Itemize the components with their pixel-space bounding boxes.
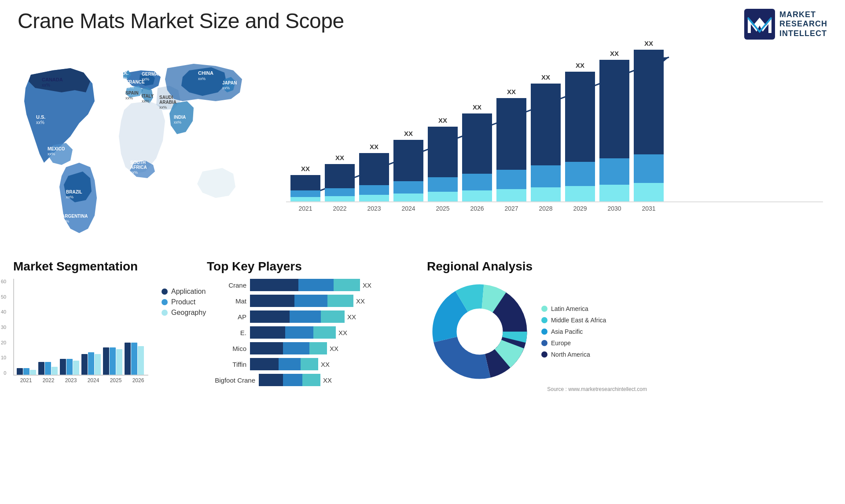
bar-2021: XX: [290, 165, 320, 201]
svg-text:xx%: xx%: [142, 99, 149, 103]
svg-text:CHINA: CHINA: [198, 70, 213, 76]
seg-bars: [13, 279, 148, 376]
svg-text:xx%: xx%: [198, 77, 206, 81]
x-axis-labels: 2021 2022 2023 2024 2025 2026 2027 2028 …: [286, 202, 823, 212]
legend-application: Application: [162, 288, 206, 296]
legend-dot-application: [162, 289, 168, 295]
seg-x-labels: 2021 2022 2023 2024 2025 2026: [13, 377, 148, 383]
svg-text:ARGENTINA: ARGENTINA: [62, 214, 88, 219]
bar-2030: XX: [599, 50, 629, 201]
svg-text:xx%: xx%: [48, 152, 55, 156]
bar-2029: XX: [565, 62, 595, 201]
legend-middle-east-africa: Middle East & Africa: [541, 317, 606, 324]
svg-text:xx%: xx%: [159, 105, 167, 110]
bottom-grid: Market Segmentation 60 50 40 30 20 10 0: [0, 255, 845, 397]
svg-text:xx%: xx%: [125, 96, 133, 100]
legend-product: Product: [162, 298, 206, 306]
seg-group-2026: [125, 343, 144, 375]
seg-group-2023: [60, 359, 79, 375]
header: Crane Mats Market Size and Scope MARKET …: [0, 0, 845, 44]
svg-text:xx%: xx%: [222, 86, 230, 90]
svg-text:MEXICO: MEXICO: [48, 146, 65, 151]
seg-group-2021: [17, 368, 36, 375]
player-row-mat: Mat XX: [207, 295, 418, 307]
legend-geography: Geography: [162, 309, 206, 317]
player-row-mico: Mico XX: [207, 342, 418, 354]
bar-2022: XX: [325, 154, 355, 201]
map-section: CANADA xx% U.S. xx% MEXICO xx% BRAZIL xx…: [9, 44, 273, 255]
bar-2028: XX: [531, 73, 561, 201]
seg-group-2025: [103, 347, 122, 375]
seg-group-2022: [38, 362, 58, 375]
svg-text:xx%: xx%: [36, 120, 44, 125]
bar-2024: XX: [393, 130, 423, 201]
svg-text:xx%: xx%: [130, 170, 138, 175]
svg-text:U.S.: U.S.: [36, 114, 45, 120]
bar-2031: XX: [634, 40, 664, 201]
legend-north-america: North America: [541, 351, 606, 358]
svg-text:AFRICA: AFRICA: [130, 165, 147, 170]
player-row-crane: Crane XX: [207, 279, 418, 291]
player-row-e: E. XX: [207, 326, 418, 339]
legend-dot-product: [162, 299, 168, 305]
player-row-bigfoot: Bigfoot Crane XX: [207, 374, 418, 386]
legend-dot-geography: [162, 310, 168, 316]
svg-text:CANADA: CANADA: [42, 77, 63, 82]
growth-chart-section: XX XX XX: [273, 44, 836, 255]
donut-container: Latin America Middle East & Africa Asia …: [427, 279, 656, 384]
svg-text:SOUTH: SOUTH: [130, 160, 146, 165]
svg-text:ARABIA: ARABIA: [159, 100, 176, 105]
svg-text:xx%: xx%: [142, 77, 149, 81]
player-row-tiffin: Tiffin XX: [207, 358, 418, 370]
bar-2025: XX: [428, 117, 458, 201]
svg-text:U.K.: U.K.: [120, 71, 129, 76]
source-text: Source : www.marketresearchintellect.com: [427, 386, 656, 392]
segmentation-section: Market Segmentation 60 50 40 30 20 10 0: [13, 259, 198, 383]
logo-text: MARKET RESEARCH INTELLECT: [779, 10, 827, 39]
svg-point-41: [459, 310, 501, 353]
svg-text:GERMANY: GERMANY: [142, 72, 164, 77]
seg-y-axis: 60 50 40 30 20 10 0: [1, 279, 6, 376]
seg-legend: Application Product Geography: [162, 288, 206, 383]
donut-legend: Latin America Middle East & Africa Asia …: [541, 305, 606, 358]
main-grid: CANADA xx% U.S. xx% MEXICO xx% BRAZIL xx…: [0, 44, 845, 255]
svg-text:ITALY: ITALY: [142, 94, 154, 99]
legend-europe: Europe: [541, 340, 606, 347]
bar-2027: XX: [496, 88, 526, 201]
seg-bar-app: [17, 368, 23, 375]
svg-text:xx%: xx%: [126, 85, 134, 89]
svg-text:JAPAN: JAPAN: [222, 80, 237, 85]
svg-text:xx%: xx%: [174, 120, 181, 124]
world-map: CANADA xx% U.S. xx% MEXICO xx% BRAZIL xx…: [18, 48, 264, 251]
svg-text:xx%: xx%: [62, 219, 69, 223]
svg-text:SAUDI: SAUDI: [159, 95, 173, 100]
legend-latin-america: Latin America: [541, 305, 606, 312]
logo-area: MARKET RESEARCH INTELLECT: [744, 9, 827, 40]
seg-group-2024: [81, 352, 101, 375]
player-row-ap: AP XX: [207, 310, 418, 323]
logo-icon: [744, 9, 775, 40]
players-section: Top Key Players Crane XX Mat: [207, 259, 418, 390]
svg-text:xx%: xx%: [66, 195, 73, 199]
regional-title: Regional Analysis: [427, 259, 656, 274]
donut-chart: [427, 279, 533, 384]
bar-2023: XX: [359, 143, 389, 201]
svg-text:INDIA: INDIA: [174, 115, 186, 120]
bar-2026: XX: [462, 103, 492, 201]
page-title: Crane Mats Market Size and Scope: [18, 9, 344, 33]
regional-section: Regional Analysis Latin America: [427, 259, 656, 392]
players-title: Top Key Players: [207, 259, 418, 274]
legend-asia-pacific: Asia Pacific: [541, 328, 606, 335]
svg-text:xx%: xx%: [42, 83, 50, 88]
svg-text:SPAIN: SPAIN: [125, 91, 139, 95]
svg-text:BRAZIL: BRAZIL: [66, 190, 82, 194]
segmentation-title: Market Segmentation: [13, 259, 198, 274]
